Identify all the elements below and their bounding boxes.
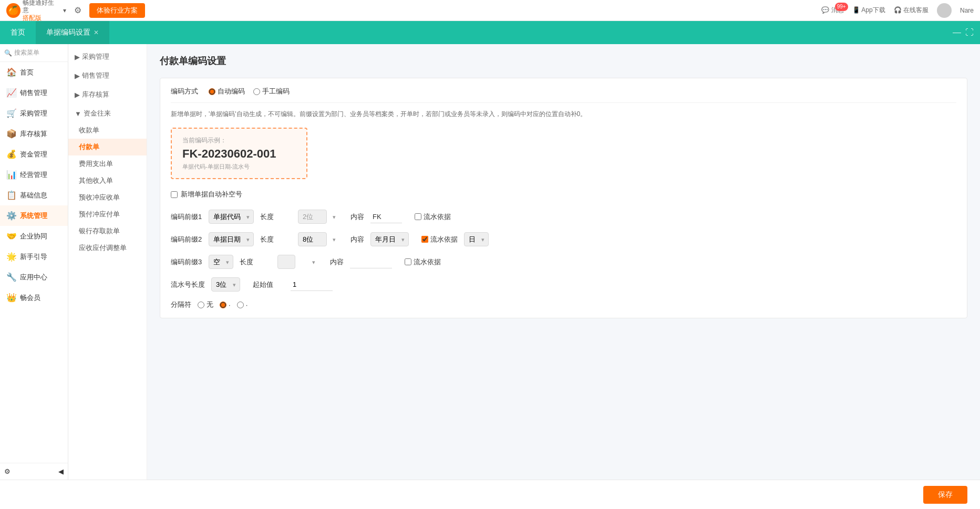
guide-icon: 🌟 [6, 252, 17, 262]
divider1 [171, 102, 956, 103]
sub-sidebar-prepay-pay[interactable]: 预付冲应付单 [68, 206, 147, 223]
sidebar-collapse-icon[interactable]: ◀ [58, 468, 64, 475]
separator-dot[interactable]: · [220, 301, 231, 309]
sidebar-item-basic[interactable]: 📋 基础信息 [0, 185, 68, 205]
sidebar-item-home[interactable]: 🏠 首页 [0, 62, 68, 82]
sub-sidebar-sales-header[interactable]: ▶ 销售管理 [68, 67, 147, 84]
sub-sidebar-inventory-header[interactable]: ▶ 库存核算 [68, 86, 147, 103]
prefix-row-3: 编码前缀3 空 长度 内容 [171, 255, 956, 269]
tab-minimize-btn[interactable]: — [953, 28, 961, 37]
sub-sidebar-expense[interactable]: 费用支出单 [68, 155, 147, 172]
sidebar-item-business[interactable]: 📊 经营管理 [0, 164, 68, 185]
length-label-2: 长度 [260, 235, 292, 244]
tab-home[interactable]: 首页 [0, 21, 36, 44]
tab-close-icon[interactable]: ✕ [94, 29, 99, 36]
sub-sidebar-section-purchase: ▶ 采购管理 [68, 48, 147, 65]
manual-encode-radio[interactable]: 手工编码 [253, 87, 290, 96]
preview-box: 当前编码示例： FK-20230602-001 单据代码-单据日期-流水号 [171, 128, 307, 179]
length-label-3: 长度 [240, 257, 271, 267]
settings-btn[interactable]: ⚙ [70, 3, 85, 18]
trial-button[interactable]: 体验行业方案 [89, 3, 145, 18]
sub-sidebar-income[interactable]: 其他收入单 [68, 172, 147, 189]
serial-length-select[interactable]: 3位 [211, 277, 240, 292]
dropdown-btn[interactable]: ▾ [63, 7, 66, 14]
separator-none[interactable]: 无 [198, 300, 213, 309]
length-select-1[interactable]: 2位 [298, 210, 340, 224]
tab-encode-settings[interactable]: 单据编码设置 ✕ [36, 21, 109, 44]
sub-sidebar-receipt[interactable]: 收款单 [68, 122, 147, 139]
stream-checkbox-1[interactable] [415, 213, 421, 220]
sub-sidebar-payment[interactable]: 付款单 [68, 139, 147, 155]
sub-sidebar-adjust[interactable]: 应收应付调整单 [68, 240, 147, 256]
content-select-2[interactable]: 年月日 [370, 232, 409, 246]
sidebar-item-enterprise[interactable]: 🤝 企业协同 [0, 226, 68, 246]
encode-settings-card: 编码方式 自动编码 手工编码 新增单据时，'单据编码'自动生成 [160, 78, 967, 318]
sub-sidebar-funds-header[interactable]: ▼ 资金往来 [68, 105, 147, 122]
sidebar-item-purchase[interactable]: 🛒 采购管理 [0, 103, 68, 123]
prefix-label-1: 编码前缀1 [171, 212, 202, 222]
sidebar-item-finance[interactable]: 💰 资金管理 [0, 144, 68, 164]
preview-code: FK-20230602-001 [182, 147, 296, 161]
sub-sidebar: ▶ 采购管理 ▶ 销售管理 ▶ 库存核算 ▼ 资金往来 [68, 44, 147, 480]
sub-sidebar-section-inventory: ▶ 库存核算 [68, 86, 147, 103]
message-btn[interactable]: 💬 消息 99+ [821, 6, 843, 15]
prefix-select-3[interactable]: 空 [209, 255, 233, 269]
business-icon: 📊 [6, 170, 17, 180]
day-select[interactable]: 日 [464, 232, 489, 246]
stream-check-3: 流水依据 [405, 257, 441, 267]
app-download-btn[interactable]: 📱 App下载 [852, 6, 885, 15]
logo-text: 畅捷通好生意 搭配版 [23, 0, 59, 22]
message-badge: 99+ [835, 3, 848, 11]
auto-encode-radio[interactable]: 自动编码 [209, 87, 245, 96]
sidebar-search[interactable]: 🔍 搜索菜单 [0, 44, 68, 62]
serial-length-label: 流水号长度 [171, 280, 205, 289]
auto-fill-checkbox[interactable] [171, 191, 178, 198]
sub-sidebar-prepay-recv[interactable]: 预收冲应收单 [68, 189, 147, 206]
separator-row: 分隔符 无 · · [171, 300, 956, 309]
auto-fill-label: 新增单据自动补空号 [181, 190, 242, 199]
sidebar: 🔍 搜索菜单 🏠 首页 📈 销售管理 🛒 采购管理 📦 库存核算 💰 资金管理 … [0, 44, 68, 480]
encode-radio-group: 自动编码 手工编码 [209, 87, 290, 96]
tab-bar: 首页 单据编码设置 ✕ — ⛶ [0, 21, 980, 44]
basic-icon: 📋 [6, 190, 17, 200]
page-title: 付款单编码设置 [160, 55, 967, 67]
encode-method-label: 编码方式 [171, 87, 198, 96]
length-select-3[interactable] [277, 255, 319, 269]
save-button[interactable]: 保存 [923, 486, 967, 504]
top-bar-left: 🍊 畅捷通好生意 搭配版 ▾ ⚙ 体验行业方案 [6, 1, 145, 20]
finance-icon: 💰 [6, 149, 17, 159]
content-area: ▶ 采购管理 ▶ 销售管理 ▶ 库存核算 ▼ 资金往来 [68, 44, 980, 480]
sub-sidebar-purchase-header[interactable]: ▶ 采购管理 [68, 48, 147, 65]
avatar[interactable] [937, 3, 952, 18]
stream-checkbox-3[interactable] [405, 258, 411, 265]
inventory-icon: 📦 [6, 129, 17, 139]
content-input-1[interactable] [370, 211, 402, 223]
chevron-down-icon: ▼ [75, 110, 81, 118]
sidebar-item-system[interactable]: ⚙️ 系统管理 [0, 205, 68, 226]
stream-checkbox-2[interactable] [421, 236, 428, 243]
sidebar-item-appstore[interactable]: 🔧 应用中心 [0, 267, 68, 287]
sub-sidebar-bank[interactable]: 银行存取款单 [68, 223, 147, 240]
chevron-right-icon: ▶ [75, 53, 80, 61]
content-input-3[interactable] [350, 256, 392, 268]
prefix-select-1[interactable]: 单据代码 [209, 210, 254, 224]
online-service-btn[interactable]: 🎧 在线客服 [894, 6, 929, 15]
sidebar-item-sales[interactable]: 📈 销售管理 [0, 82, 68, 103]
sidebar-item-inventory[interactable]: 📦 库存核算 [0, 123, 68, 144]
sidebar-item-member[interactable]: 👑 畅会员 [0, 287, 68, 308]
prefix-row-1: 编码前缀1 单据代码 长度 2位 内容 [171, 210, 956, 224]
start-value-input[interactable] [291, 278, 333, 291]
preview-hint: 单据代码-单据日期-流水号 [182, 163, 296, 171]
sidebar-settings-icon[interactable]: ⚙ [4, 468, 11, 475]
prefix-select-2[interactable]: 单据日期 [209, 232, 254, 246]
sidebar-item-guide[interactable]: 🌟 新手引导 [0, 246, 68, 267]
home-icon: 🏠 [6, 67, 17, 77]
stream-check-2: 流水依据 [421, 235, 458, 244]
length-select-2[interactable]: 8位 [298, 232, 340, 246]
main-layout: 🔍 搜索菜单 🏠 首页 📈 销售管理 🛒 采购管理 📦 库存核算 💰 资金管理 … [0, 44, 980, 480]
main-content: 付款单编码设置 编码方式 自动编码 手工编码 [147, 44, 980, 480]
appstore-icon: 🔧 [6, 272, 17, 282]
tab-maximize-btn[interactable]: ⛶ [965, 28, 974, 37]
separator-dot2[interactable]: · [237, 301, 248, 309]
sub-sidebar-section-sales: ▶ 销售管理 [68, 67, 147, 84]
